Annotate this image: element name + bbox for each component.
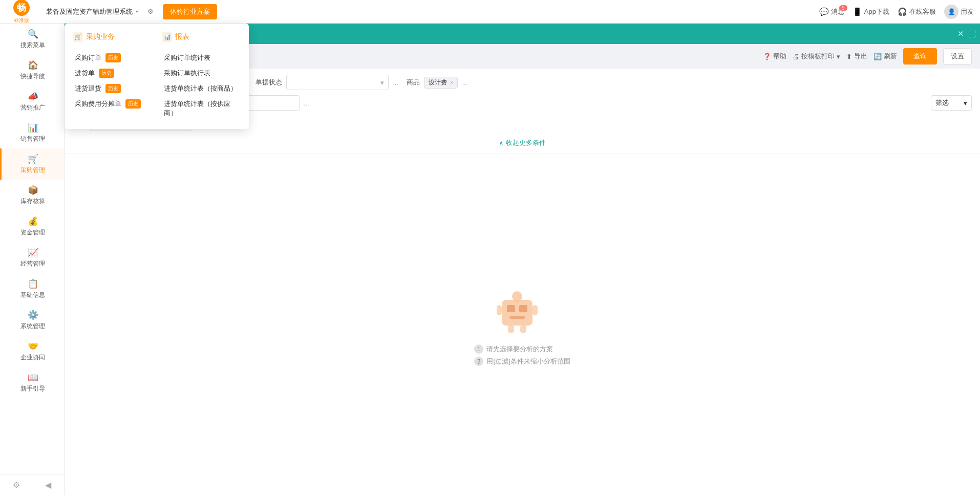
help-action[interactable]: ❓ 帮助 bbox=[763, 52, 786, 61]
inventory-icon: 📦 bbox=[28, 185, 38, 196]
avatar: 👤 bbox=[944, 5, 958, 19]
sidebar-item-quick-nav[interactable]: 🏠 快捷导航 bbox=[0, 55, 64, 86]
purchase-expense-history-badge[interactable]: 历史 bbox=[125, 99, 141, 109]
sidebar-item-newbie[interactable]: 📖 新手引导 bbox=[0, 367, 64, 398]
dropdown-item-purchase-expense[interactable]: 采购费用分摊单 历史 bbox=[73, 96, 152, 112]
messages-action[interactable]: 💬 消息 9 bbox=[819, 7, 844, 16]
phone-icon: 📱 bbox=[853, 7, 862, 16]
print-action[interactable]: 🖨 按模板打印 ▾ bbox=[793, 52, 840, 61]
refresh-icon: 🔄 bbox=[874, 53, 882, 60]
goods-dots[interactable]: ... bbox=[462, 79, 467, 87]
tip-num-2: 2 bbox=[474, 357, 483, 366]
user-action[interactable]: 👤 用友 bbox=[944, 5, 974, 19]
filter-type-arrow: ▾ bbox=[964, 99, 967, 107]
marketing-icon: 📣 bbox=[28, 91, 38, 102]
svg-rect-5 bbox=[532, 305, 538, 315]
empty-tip-2: 2 用[过滤]条件来缩小分析范围 bbox=[474, 357, 570, 366]
doc-status-input[interactable]: ▾ bbox=[286, 75, 389, 90]
sidebar-label-finance: 资金管理 bbox=[20, 228, 45, 237]
dropdown-item-purchase-order[interactable]: 采购订单 历史 bbox=[73, 50, 152, 66]
dropdown-item-purchase-return[interactable]: 进货退货 历史 bbox=[73, 81, 152, 96]
sidebar-label-enterprise: 企业协同 bbox=[20, 353, 45, 362]
goods-tag-close[interactable]: × bbox=[450, 79, 453, 85]
app-download-action[interactable]: 📱 App下载 bbox=[853, 7, 889, 16]
tab-close-all-icon[interactable]: ✕ bbox=[957, 29, 964, 38]
sidebar: 🔍 搜索菜单 🏠 快捷导航 📣 营销推广 📊 销售管理 🛒 采购管理 📦 bbox=[0, 24, 65, 495]
sidebar-label-marketing: 营销推广 bbox=[20, 103, 45, 112]
dropdown-cols: 🛒 采购业务 采购订单 历史 进货单 历史 进货退货 历史 采购费用分摊单 bbox=[73, 32, 241, 121]
goods-label: 商品 bbox=[407, 78, 420, 87]
doc-status-dots[interactable]: ... bbox=[393, 79, 398, 87]
purchase-order-history-badge[interactable]: 历史 bbox=[105, 53, 121, 62]
dropdown-col-purchase: 🛒 采购业务 采购订单 历史 进货单 历史 进货退货 历史 采购费用分摊单 bbox=[73, 32, 152, 121]
app-download-label: App下载 bbox=[864, 7, 889, 16]
filter-type-selector: 筛选 ▾ bbox=[931, 95, 972, 111]
doc-status-label: 单据状态 bbox=[255, 78, 282, 87]
settings-bottom-icon[interactable]: ⚙ bbox=[13, 480, 20, 490]
dropdown-item-purchase-receipt[interactable]: 进货单 历史 bbox=[73, 66, 152, 81]
sales-icon: 📊 bbox=[28, 122, 38, 133]
system-dropdown-arrow[interactable]: ▾ bbox=[136, 9, 138, 14]
goods-tag[interactable]: 设计费 × bbox=[424, 77, 458, 89]
sidebar-item-purchase[interactable]: 🛒 采购管理 bbox=[0, 148, 64, 180]
online-service-action[interactable]: 🎧 在线客服 bbox=[898, 7, 936, 16]
sidebar-label-purchase: 采购管理 bbox=[20, 166, 45, 175]
help-label: 帮助 bbox=[773, 52, 786, 61]
svg-rect-0 bbox=[502, 300, 532, 326]
operations-icon: 📈 bbox=[28, 247, 38, 258]
purchase-section-label: 采购业务 bbox=[86, 32, 115, 41]
report-section-label: 报表 bbox=[175, 32, 189, 41]
sidebar-item-inventory[interactable]: 📦 库存核算 bbox=[0, 180, 64, 211]
settings-small-button[interactable]: 设置 bbox=[943, 48, 972, 64]
home-icon: 🏠 bbox=[28, 60, 38, 71]
refresh-action[interactable]: 🔄 刷新 bbox=[874, 52, 897, 61]
finance-icon: 💰 bbox=[28, 216, 38, 227]
sidebar-item-sales[interactable]: 📊 销售管理 bbox=[0, 117, 64, 148]
purchase-section-title: 🛒 采购业务 bbox=[73, 32, 152, 45]
sidebar-label-newbie: 新手引导 bbox=[20, 384, 45, 393]
filter-type-input[interactable]: 筛选 ▾ bbox=[931, 95, 972, 111]
svg-rect-1 bbox=[507, 305, 515, 312]
tabs-right: ✕ ⛶ bbox=[957, 29, 976, 38]
tip-num-1: 1 bbox=[474, 345, 483, 354]
sidebar-bottom: ⚙ ◀ bbox=[0, 475, 64, 495]
salesperson-dots[interactable]: ... bbox=[304, 99, 309, 107]
system-settings-icon[interactable]: ⚙ bbox=[143, 5, 158, 19]
tab-expand-icon[interactable]: ⛶ bbox=[968, 30, 976, 38]
purchase-receipt-history-badge[interactable]: 历史 bbox=[99, 69, 114, 78]
help-icon: ❓ bbox=[763, 53, 771, 60]
sidebar-item-system[interactable]: ⚙️ 系统管理 bbox=[0, 305, 64, 336]
collapse-sidebar-icon[interactable]: ◀ bbox=[45, 480, 51, 490]
query-button[interactable]: 查询 bbox=[903, 48, 937, 64]
sidebar-item-basic-info[interactable]: 📋 基础信息 bbox=[0, 273, 64, 305]
collapse-button[interactable]: ∧ 收起更多条件 bbox=[73, 136, 972, 147]
purchase-return-history-badge[interactable]: 历史 bbox=[105, 84, 121, 93]
report-section-title: 📊 报表 bbox=[162, 32, 241, 45]
dropdown-item-purchase-order-exec[interactable]: 采购订单执行表 bbox=[162, 66, 241, 81]
sidebar-item-finance[interactable]: 💰 资金管理 bbox=[0, 211, 64, 242]
experience-button[interactable]: 体验行业方案 bbox=[163, 4, 217, 19]
sidebar-item-operations[interactable]: 📈 经营管理 bbox=[0, 242, 64, 273]
sidebar-label-operations: 经营管理 bbox=[20, 260, 45, 268]
collapse-label: 收起更多条件 bbox=[506, 138, 546, 147]
basic-info-icon: 📋 bbox=[28, 278, 38, 289]
logo-text: 标准版 bbox=[14, 17, 29, 24]
sidebar-label-sales: 销售管理 bbox=[20, 135, 45, 143]
purchase-icon: 🛒 bbox=[28, 154, 38, 164]
dropdown-menu: 🛒 采购业务 采购订单 历史 进货单 历史 进货退货 历史 采购费用分摊单 bbox=[65, 24, 249, 129]
export-action[interactable]: ⬆ 导出 bbox=[846, 52, 867, 61]
purchase-dropdown: 🛒 采购业务 采购订单 历史 进货单 历史 进货退货 历史 采购费用分摊单 bbox=[65, 24, 249, 129]
refresh-label: 刷新 bbox=[884, 52, 897, 61]
headset-icon: 🎧 bbox=[898, 7, 907, 16]
svg-rect-2 bbox=[519, 305, 527, 312]
receipt-stat-supplier-label: 进货单统计表（按供应商） bbox=[164, 99, 239, 118]
dropdown-item-purchase-order-stat[interactable]: 采购订单统计表 bbox=[162, 50, 241, 66]
svg-rect-4 bbox=[497, 305, 502, 315]
sidebar-item-enterprise[interactable]: 🤝 企业协同 bbox=[0, 336, 64, 367]
sidebar-item-marketing[interactable]: 📣 营销推广 bbox=[0, 86, 64, 117]
tip-text-2: 用[过滤]条件来缩小分析范围 bbox=[486, 357, 570, 366]
sidebar-item-search[interactable]: 🔍 搜索菜单 bbox=[0, 24, 64, 55]
dropdown-item-receipt-stat-goods[interactable]: 进货单统计表（按商品） bbox=[162, 81, 241, 96]
svg-rect-7 bbox=[520, 326, 526, 333]
dropdown-item-receipt-stat-supplier[interactable]: 进货单统计表（按供应商） bbox=[162, 96, 241, 121]
